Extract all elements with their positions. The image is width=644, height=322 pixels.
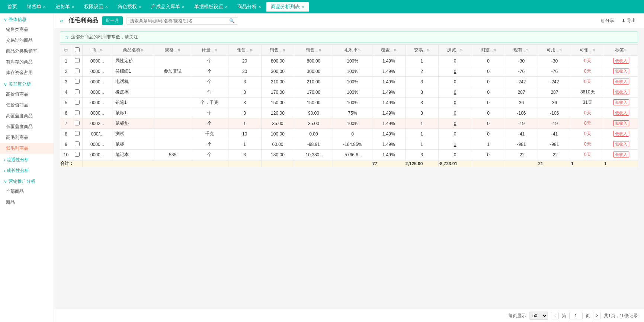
row-browse2: 0 bbox=[472, 87, 505, 98]
search-input[interactable] bbox=[130, 18, 229, 23]
main-content: « 低毛利商品 近一月 🔍 ⎘ 分享 ⬇ 导出 ☆ 这部分商品的利润非常低， bbox=[54, 13, 644, 322]
col-spec[interactable]: 规格...⇅ bbox=[154, 45, 191, 56]
nav-close-icon[interactable]: ✕ bbox=[182, 5, 185, 9]
row-browse1[interactable]: 0 bbox=[438, 129, 472, 139]
sidebar-item-sales-goods[interactable]: 销售类商品 bbox=[0, 24, 54, 35]
filter-recent-month-btn[interactable]: 近一月 bbox=[102, 16, 123, 25]
row-browse1[interactable]: 0 bbox=[438, 66, 472, 77]
page-size-select[interactable]: 50 100 200 bbox=[529, 312, 548, 320]
row-sales1: 10 bbox=[228, 129, 261, 139]
row-checkbox[interactable] bbox=[72, 150, 83, 160]
prev-page-btn[interactable]: < bbox=[551, 312, 559, 319]
select-all-checkbox[interactable] bbox=[75, 47, 80, 52]
col-stock[interactable]: 现有...⇅ bbox=[505, 45, 538, 56]
nav-product-in[interactable]: 产成品入库单 ✕ bbox=[147, 2, 189, 12]
row-checkbox[interactable] bbox=[72, 77, 83, 87]
sidebar-item-all-goods[interactable]: 全部商品 bbox=[0, 186, 54, 197]
table-row: 5 0000... 铅笔1 个，千克 3 150.00 150.00 100% … bbox=[60, 98, 638, 108]
col-tag[interactable]: 标签⇅ bbox=[604, 45, 638, 56]
sidebar-item-traded-goods[interactable]: 交易过的商品 bbox=[0, 35, 54, 46]
sidebar-group-quality[interactable]: ∨ 美群度分析 bbox=[0, 78, 54, 89]
col-avail[interactable]: 可用...⇅ bbox=[538, 45, 571, 56]
row-browse1[interactable]: 0 bbox=[438, 118, 472, 129]
sidebar-item-low-cover[interactable]: 低覆盖度商品 bbox=[0, 121, 54, 132]
table-area[interactable]: ⚙ 商...⇅ 商品名称⇅ 规格...⇅ 计量...⇅ 销售...⇅ 销售...… bbox=[60, 44, 638, 309]
sidebar-item-high-cover[interactable]: 高覆盖度商品 bbox=[0, 111, 54, 121]
settings-icon[interactable]: ⚙ bbox=[64, 48, 68, 53]
col-browse1[interactable]: 浏览...⇅ bbox=[438, 45, 472, 56]
row-browse1[interactable]: 0 bbox=[438, 77, 472, 87]
sidebar-group-growth[interactable]: › 成长性分析 bbox=[0, 165, 54, 175]
row-sales3: 150.00 bbox=[294, 98, 333, 108]
nav-analysis-list[interactable]: 商品分析列表 ✕ bbox=[266, 2, 309, 12]
row-trade: 2 bbox=[405, 66, 438, 77]
row-browse1[interactable]: 0 bbox=[438, 87, 472, 98]
nav-permission[interactable]: 权限设置 ✕ bbox=[80, 2, 112, 12]
row-browse1[interactable]: 1 bbox=[438, 139, 472, 150]
col-browse2[interactable]: 浏览...⇅ bbox=[472, 45, 505, 56]
col-unit[interactable]: 计量...⇅ bbox=[191, 45, 228, 56]
sidebar-item-low-profit[interactable]: 低毛利商品 bbox=[0, 143, 54, 154]
row-checkbox[interactable] bbox=[72, 139, 83, 150]
row-checkbox[interactable] bbox=[72, 98, 83, 108]
next-page-btn[interactable]: > bbox=[593, 312, 601, 319]
row-checkbox[interactable] bbox=[72, 118, 83, 129]
row-checkbox[interactable] bbox=[72, 56, 83, 66]
sidebar-collapse-btn[interactable]: « bbox=[60, 17, 63, 24]
row-checkbox[interactable] bbox=[72, 66, 83, 77]
col-gross[interactable]: 毛利率⇅ bbox=[333, 45, 372, 56]
row-name: 鼠标垫 bbox=[112, 118, 154, 129]
col-sales1[interactable]: 销售...⇅ bbox=[228, 45, 261, 56]
nav-close-icon[interactable]: ✕ bbox=[71, 5, 74, 9]
nav-close-icon[interactable]: ✕ bbox=[225, 5, 228, 9]
search-icon[interactable]: 🔍 bbox=[229, 18, 235, 23]
col-sellable[interactable]: 可销...⇅ bbox=[571, 45, 604, 56]
nav-analysis[interactable]: 商品分析 ✕ bbox=[233, 2, 266, 12]
nav-close-icon[interactable]: ✕ bbox=[258, 5, 261, 9]
col-sales2[interactable]: 销售...⇅ bbox=[261, 45, 294, 56]
page-input[interactable] bbox=[569, 312, 583, 319]
nav-role[interactable]: 角色授权 ✕ bbox=[113, 2, 146, 12]
col-settings[interactable]: ⚙ bbox=[60, 45, 72, 56]
nav-close-icon[interactable]: ✕ bbox=[301, 5, 304, 9]
row-browse1[interactable]: 0 bbox=[438, 56, 472, 66]
total-cover-empty: 77 bbox=[372, 160, 405, 167]
col-checkbox[interactable] bbox=[72, 45, 83, 56]
sidebar-group-overall[interactable]: ∨ 整体信息 bbox=[0, 13, 54, 24]
sidebar-item-in-stock[interactable]: 有库存的商品 bbox=[0, 57, 54, 67]
sidebar-item-high-value[interactable]: 高价值商品 bbox=[0, 89, 54, 100]
row-checkbox[interactable] bbox=[72, 129, 83, 139]
sidebar-item-capital[interactable]: 库存资金占用 bbox=[0, 67, 54, 78]
share-btn[interactable]: ⎘ 分享 bbox=[599, 16, 616, 25]
nav-close-icon[interactable]: ✕ bbox=[138, 5, 141, 9]
row-checkbox[interactable] bbox=[72, 108, 83, 118]
nav-close-icon[interactable]: ✕ bbox=[43, 5, 46, 9]
row-browse1[interactable]: 0 bbox=[438, 150, 472, 160]
nav-close-icon[interactable]: ✕ bbox=[105, 5, 108, 9]
row-avail: -30 bbox=[538, 56, 571, 66]
row-browse2: 0 bbox=[472, 150, 505, 160]
row-gross: -164.85% bbox=[333, 139, 372, 150]
col-code[interactable]: 商...⇅ bbox=[83, 45, 112, 56]
sidebar-item-category-rate[interactable]: 商品分类助销率 bbox=[0, 46, 54, 57]
chevron-down-icon: ∨ bbox=[4, 179, 7, 184]
sidebar-group-marketing[interactable]: ∨ 营销推广分析 bbox=[0, 175, 54, 186]
nav-sales[interactable]: 销货单 ✕ bbox=[22, 2, 50, 12]
col-trade[interactable]: 交易...⇅ bbox=[405, 45, 438, 56]
export-btn[interactable]: ⬇ 导出 bbox=[619, 16, 638, 25]
row-no: 3 bbox=[60, 77, 72, 87]
row-browse1[interactable]: 0 bbox=[438, 108, 472, 118]
sidebar-item-low-value[interactable]: 低价值商品 bbox=[0, 100, 54, 111]
sidebar-group-flow[interactable]: › 流通性分析 bbox=[0, 154, 54, 165]
row-unit: 个 bbox=[191, 118, 228, 129]
row-checkbox[interactable] bbox=[72, 87, 83, 98]
col-cover[interactable]: 覆盖...⇅ bbox=[372, 45, 405, 56]
nav-home[interactable]: 首页 bbox=[3, 2, 22, 12]
row-browse1[interactable]: 0 bbox=[438, 98, 472, 108]
sidebar-item-new-goods[interactable]: 新品 bbox=[0, 197, 54, 208]
sidebar-item-high-profit[interactable]: 高毛利商品 bbox=[0, 132, 54, 143]
nav-template[interactable]: 单据模板设置 ✕ bbox=[190, 2, 232, 12]
nav-purchase[interactable]: 进货单 ✕ bbox=[51, 2, 79, 12]
col-sales3[interactable]: 销售...⇅ bbox=[294, 45, 333, 56]
col-name[interactable]: 商品名称⇅ bbox=[112, 45, 154, 56]
